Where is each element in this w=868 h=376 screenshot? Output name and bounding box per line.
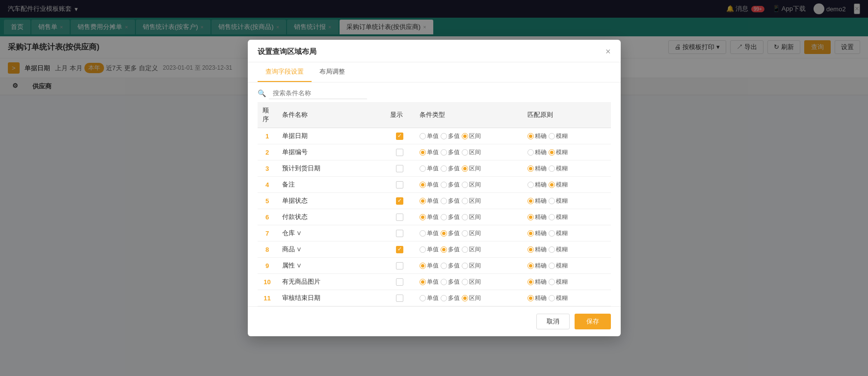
dialog-close-button[interactable]: × — [605, 47, 611, 57]
settings-dialog: 设置查询区域布局 × 查询字段设置 布局调整 🔍 顺序 条件名称 显示 条件类型 — [248, 40, 621, 95]
dialog-title: 设置查询区域布局 — [258, 47, 316, 56]
dialog-tab-query-fields[interactable]: 查询字段设置 — [258, 62, 312, 82]
dialog-header: 设置查询区域布局 × — [248, 40, 621, 62]
search-input[interactable] — [269, 87, 367, 95]
dialog-search-area: 🔍 — [248, 82, 621, 95]
search-icon: 🔍 — [258, 89, 266, 95]
dialog-overlay: 设置查询区域布局 × 查询字段设置 布局调整 🔍 顺序 条件名称 显示 条件类型 — [0, 0, 868, 95]
dialog-tabs: 查询字段设置 布局调整 — [248, 62, 621, 82]
dialog-tab-layout[interactable]: 布局调整 — [312, 62, 353, 82]
